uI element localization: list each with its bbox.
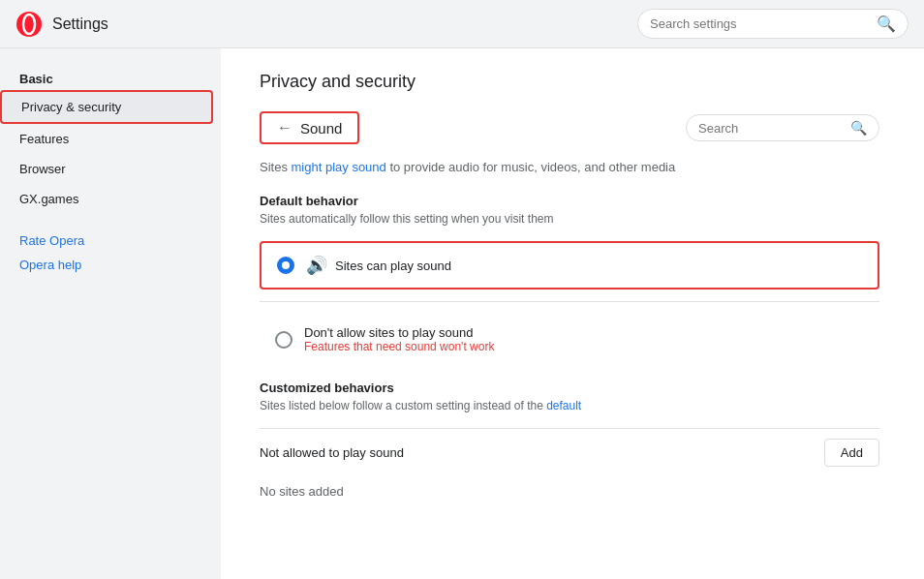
customized-behaviors-section: Customized behaviors Sites listed below …: [260, 381, 879, 506]
add-button[interactable]: Add: [824, 439, 879, 467]
default-behavior-title: Default behavior: [260, 194, 879, 208]
radio-option-sites-can-play[interactable]: 🔊 Sites can play sound: [260, 241, 879, 290]
sidebar-item-gx-games[interactable]: GX.games: [0, 184, 213, 214]
subtitle-highlight: might play sound: [292, 160, 386, 174]
content-area: Privacy and security ← Sound 🔍 Sites mig…: [221, 48, 924, 579]
sidebar-item-browser[interactable]: Browser: [0, 154, 213, 184]
content-inner: Privacy and security ← Sound 🔍 Sites mig…: [221, 48, 918, 530]
default-behavior-desc: Sites automatically follow this setting …: [260, 212, 879, 226]
sound-speaker-icon: 🔊: [306, 255, 327, 276]
radio-label-group-dont-allow: Don't allow sites to play sound Features…: [304, 325, 494, 353]
sidebar: Basic Privacy & security Features Browse…: [0, 48, 221, 579]
sound-subtitle: Sites might play sound to provide audio …: [260, 160, 879, 174]
global-search-icon: 🔍: [877, 15, 896, 33]
top-bar: Settings 🔍: [0, 0, 924, 48]
section-search-icon: 🔍: [850, 120, 867, 136]
section-search-input[interactable]: [698, 121, 843, 136]
sound-header: ← Sound 🔍: [260, 111, 879, 144]
sound-back-button[interactable]: ← Sound: [260, 111, 359, 144]
radio-option-inner: 🔊 Sites can play sound: [306, 255, 451, 276]
sidebar-links: Rate Opera Opera help: [0, 233, 221, 272]
customized-desc-highlight: default: [546, 399, 581, 412]
subtitle-part1: Sites: [260, 160, 292, 174]
opera-logo: [15, 11, 43, 38]
main-layout: Basic Privacy & security Features Browse…: [0, 48, 924, 579]
opera-help-link[interactable]: Opera help: [19, 258, 201, 272]
sidebar-item-features[interactable]: Features: [0, 124, 213, 154]
not-allowed-label: Not allowed to play sound: [260, 445, 404, 460]
back-arrow-icon: ←: [277, 119, 293, 137]
radio-sublabel-dont-allow: Features that need sound won't work: [304, 340, 494, 353]
customized-desc-part1: Sites listed below follow a custom setti…: [260, 399, 546, 412]
sidebar-section-basic: Basic: [0, 64, 221, 90]
radio-label-dont-allow: Don't allow sites to play sound: [304, 325, 494, 340]
rate-opera-link[interactable]: Rate Opera: [19, 233, 201, 248]
global-search-box[interactable]: 🔍: [637, 9, 909, 39]
no-sites-text: No sites added: [260, 476, 879, 506]
section-search-box[interactable]: 🔍: [686, 114, 879, 141]
sound-section-title: Sound: [300, 120, 342, 137]
radio-label-sites-can-play: Sites can play sound: [335, 259, 451, 273]
subtitle-part2: to provide audio for music, videos, and …: [386, 160, 675, 174]
customized-desc: Sites listed below follow a custom setti…: [260, 399, 879, 412]
global-search-input[interactable]: [650, 16, 869, 31]
options-divider: [260, 301, 879, 302]
page-title: Privacy and security: [260, 72, 879, 92]
radio-option-dont-allow[interactable]: Don't allow sites to play sound Features…: [260, 314, 879, 365]
radio-circle-dont-allow: [275, 331, 293, 349]
sidebar-item-privacy-security[interactable]: Privacy & security: [0, 90, 213, 124]
radio-circle-sites-can-play: [277, 257, 294, 274]
not-allowed-row: Not allowed to play sound Add: [260, 428, 879, 476]
customized-title: Customized behaviors: [260, 381, 879, 395]
app-title: Settings: [52, 15, 637, 33]
